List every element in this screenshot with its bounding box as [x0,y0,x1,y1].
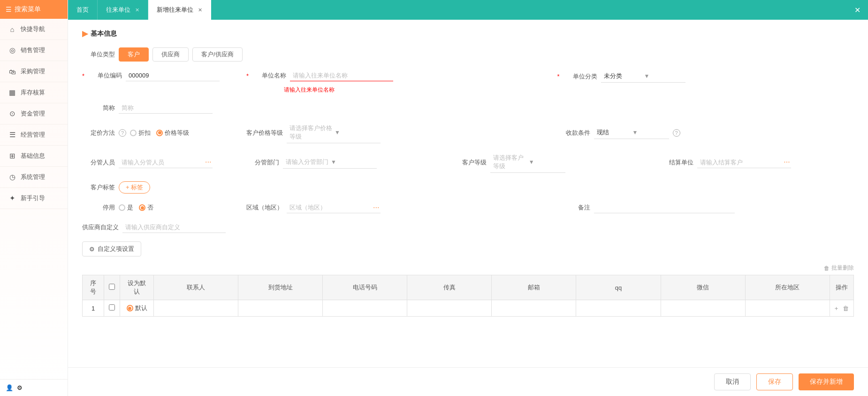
payment-terms-select[interactable]: 现结 ▼ [594,126,669,139]
fax-input[interactable] [412,305,487,312]
default-radio[interactable]: 默认 [125,304,149,312]
window-close-button[interactable]: ✕ [847,6,868,15]
payment-terms-label: 收款条件 [557,129,590,137]
supplier-custom-input[interactable] [122,222,226,233]
unit-name-input[interactable] [290,70,393,81]
unit-code-label: 单位编码 [89,71,122,80]
settlement-unit-more-btn[interactable]: ··· [782,158,792,166]
tab-home[interactable]: 首页 [68,0,98,20]
inventory-icon: ▦ [8,88,17,97]
address-input[interactable] [243,305,318,312]
supplier-custom-row: 供应商自定义 [82,222,854,233]
email-input[interactable] [496,305,571,312]
th-address: 到货地址 [238,275,323,300]
sidebar-user-icon: 👤 [6,384,13,391]
unit-type-both-btn[interactable]: 客户/供应商 [192,47,243,62]
pricing-help-icon[interactable]: ? [119,129,126,137]
save-and-add-button[interactable]: 保存并新增 [799,373,854,390]
sidebar-item-system[interactable]: ◷ 系统管理 [0,167,68,188]
disabled-row: 停用 是 否 区域（地区） ··· [82,202,854,213]
manager-more-btn[interactable]: ··· [203,158,213,166]
notes-group: 备注 [557,202,854,213]
pricing-radio-group: 折扣 价格等级 [130,129,189,137]
sidebar-item-sales[interactable]: ◎ 销售管理 [0,40,68,61]
region-group: 区域（地区） ··· [246,202,543,213]
td-contact[interactable] [154,300,238,317]
sidebar-item-finance[interactable]: ⊙ 资金管理 [0,103,68,124]
customer-price-level-select[interactable]: 请选择客户价格等级 ▼ [287,122,381,143]
region-input[interactable] [287,202,371,213]
td-qq[interactable] [576,300,661,317]
unit-type-buttons: 客户 供应商 客户/供应商 [119,47,243,62]
pricing-level-radio[interactable]: 价格等级 [156,129,189,137]
disabled-yes-radio[interactable]: 是 [119,203,133,212]
qq-input[interactable] [581,305,655,312]
department-select[interactable]: 请输入分管部门 ▼ [283,156,377,169]
sidebar-item-purchase[interactable]: 🛍 采购管理 [0,61,68,82]
add-tag-button[interactable]: + 标签 [119,181,150,194]
td-wechat[interactable] [661,300,745,317]
unit-type-customer-btn[interactable]: 客户 [119,47,149,62]
unit-category-required-star: * [557,73,560,80]
td-row-actions: + 🗑 [830,300,853,317]
select-all-checkbox[interactable] [109,284,115,290]
unit-name-required-star: * [246,72,249,79]
save-button[interactable]: 保存 [756,373,793,390]
disabled-no-radio[interactable]: 否 [139,203,153,212]
th-email: 邮箱 [492,275,576,300]
td-email[interactable] [492,300,576,317]
unit-category-arrow: ▼ [644,73,683,79]
td-fax[interactable] [407,300,492,317]
unit-code-input[interactable] [126,70,220,81]
purchase-icon: 🛍 [8,67,17,76]
sidebar-search[interactable]: ☰ 搜索菜单 [0,0,68,19]
settlement-unit-group: 结算单位 ··· [661,157,854,168]
td-phone[interactable] [323,300,407,317]
manager-label: 分管人员 [82,158,115,167]
td-address[interactable] [238,300,323,317]
th-actions: 操作 [830,275,853,300]
settlement-unit-label: 结算单位 [661,158,693,167]
td-region[interactable] [745,300,830,317]
table-actions-top: 🗑 批量删除 [82,264,854,272]
unit-category-select[interactable]: 未分类 ▼ [601,70,685,83]
tab-new-partner-close[interactable]: ✕ [198,7,202,13]
unit-type-label: 单位类型 [82,50,115,59]
tab-partners[interactable]: 往来单位 ✕ [98,0,148,20]
tab-new-partner[interactable]: 新增往来单位 ✕ [148,0,211,20]
settlement-unit-input[interactable] [697,157,782,168]
section-icon: ▶ [82,29,88,38]
sidebar-item-operations[interactable]: ☰ 经营管理 [0,124,68,146]
customer-level-select[interactable]: 请选择客户等级 ▼ [490,152,565,173]
manager-group: 分管人员 ··· [82,157,232,168]
batch-delete-btn[interactable]: 批量删除 [831,264,854,272]
pricing-discount-radio[interactable]: 折扣 [130,129,151,137]
sidebar-item-inventory[interactable]: ▦ 库存核算 [0,82,68,103]
sidebar-item-quick-nav[interactable]: ⌂ 快捷导航 [0,19,68,40]
sidebar-item-guide[interactable]: ✦ 新手引导 [0,188,68,209]
table-header-row: 序号 设为默认 联系人 到货地址 电话号码 传真 邮箱 qq 微信 所在地区 [83,275,854,300]
basic-info-icon: ⊞ [8,151,17,161]
delete-row-btn[interactable]: 🗑 [843,305,849,312]
cancel-button[interactable]: 取消 [714,373,751,390]
disabled-yes-circle [119,204,125,211]
sidebar-item-basic-info[interactable]: ⊞ 基础信息 [0,146,68,167]
wechat-input[interactable] [666,305,740,312]
row-checkbox[interactable] [109,304,115,311]
region-input-group: ··· [287,202,381,213]
region-more-btn[interactable]: ··· [371,203,381,212]
disabled-label: 停用 [82,203,115,212]
region-table-input[interactable] [750,305,825,312]
search-icon: ☰ [6,6,12,13]
tab-partners-close[interactable]: ✕ [135,7,139,13]
payment-terms-help-icon[interactable]: ? [673,129,680,137]
notes-input[interactable] [594,202,735,213]
unit-type-supplier-btn[interactable]: 供应商 [152,47,189,62]
custom-settings-button[interactable]: ⚙ 自定义项设置 [82,241,141,256]
add-row-btn[interactable]: + [835,305,838,312]
short-name-input[interactable] [119,102,213,114]
operations-icon: ☰ [8,130,17,140]
contact-input[interactable] [159,305,233,312]
manager-input[interactable] [119,157,203,168]
phone-input[interactable] [327,305,402,312]
